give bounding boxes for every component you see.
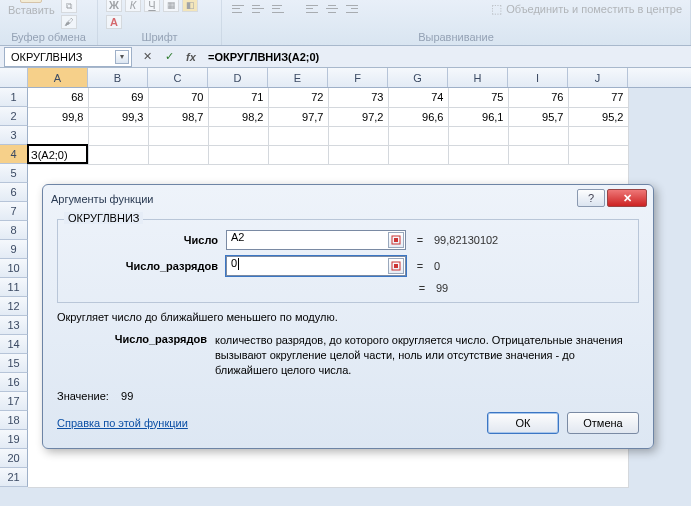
- cell[interactable]: 96,1: [448, 107, 508, 126]
- cell[interactable]: 72: [268, 88, 328, 107]
- cell[interactable]: [268, 145, 328, 164]
- underline-icon[interactable]: Ч: [144, 0, 160, 12]
- row-header[interactable]: 21: [0, 468, 28, 487]
- col-header[interactable]: J: [568, 68, 628, 87]
- align-right-icon[interactable]: [344, 2, 360, 16]
- row-header[interactable]: 4: [0, 145, 28, 164]
- col-header[interactable]: C: [148, 68, 208, 87]
- col-header[interactable]: A: [28, 68, 88, 87]
- name-box-dropdown-icon[interactable]: ▾: [115, 50, 129, 64]
- ok-button[interactable]: ОК: [487, 412, 559, 434]
- col-header[interactable]: G: [388, 68, 448, 87]
- row-header[interactable]: 16: [0, 373, 28, 392]
- col-header[interactable]: E: [268, 68, 328, 87]
- col-header[interactable]: H: [448, 68, 508, 87]
- range-picker-icon[interactable]: [388, 232, 404, 248]
- paste-button[interactable]: Вставить: [8, 0, 55, 16]
- align-bottom-icon[interactable]: [270, 2, 286, 16]
- cell[interactable]: [148, 126, 208, 145]
- row-header[interactable]: 1: [0, 88, 28, 107]
- fx-icon[interactable]: fx: [182, 48, 200, 66]
- help-link[interactable]: Справка по этой функции: [57, 417, 188, 429]
- row-header[interactable]: 14: [0, 335, 28, 354]
- row-header[interactable]: 10: [0, 259, 28, 278]
- name-box[interactable]: ОКРУГЛВНИЗ ▾: [4, 47, 132, 67]
- merge-icon[interactable]: ⬚: [491, 2, 502, 16]
- cell[interactable]: 70: [148, 88, 208, 107]
- copy-icon[interactable]: ⧉: [61, 0, 77, 13]
- accept-formula-icon[interactable]: ✓: [160, 48, 178, 66]
- cell[interactable]: 99,3: [88, 107, 148, 126]
- cell[interactable]: 69: [88, 88, 148, 107]
- row-header[interactable]: 8: [0, 221, 28, 240]
- cell[interactable]: [208, 145, 268, 164]
- cell[interactable]: [28, 126, 88, 145]
- cell[interactable]: [388, 126, 448, 145]
- help-button[interactable]: ?: [577, 189, 605, 207]
- cell-active[interactable]: З(A2;0): [28, 145, 88, 164]
- row-header[interactable]: 18: [0, 411, 28, 430]
- cell[interactable]: [148, 145, 208, 164]
- formula-text[interactable]: =ОКРУГЛВНИЗ(A2;0): [206, 51, 691, 63]
- cell[interactable]: 97,2: [328, 107, 388, 126]
- cell[interactable]: 75: [448, 88, 508, 107]
- font-color-icon[interactable]: A: [106, 15, 122, 29]
- close-button[interactable]: ✕: [607, 189, 647, 207]
- cell[interactable]: [508, 126, 568, 145]
- col-header[interactable]: I: [508, 68, 568, 87]
- cell[interactable]: [88, 126, 148, 145]
- cell[interactable]: 76: [508, 88, 568, 107]
- range-picker-icon[interactable]: [388, 258, 404, 274]
- row-header[interactable]: 13: [0, 316, 28, 335]
- select-all-corner[interactable]: [0, 68, 28, 87]
- cell[interactable]: 95,7: [508, 107, 568, 126]
- cell[interactable]: 96,6: [388, 107, 448, 126]
- col-header[interactable]: B: [88, 68, 148, 87]
- cancel-button[interactable]: Отмена: [567, 412, 639, 434]
- cell[interactable]: 68: [28, 88, 88, 107]
- cell[interactable]: [508, 145, 568, 164]
- cell[interactable]: [328, 126, 388, 145]
- row-header[interactable]: 2: [0, 107, 28, 126]
- cell[interactable]: [568, 126, 628, 145]
- arg2-input[interactable]: 0: [226, 256, 406, 276]
- row-header[interactable]: 12: [0, 297, 28, 316]
- bold-icon[interactable]: Ж: [106, 0, 122, 12]
- border-icon[interactable]: ▦: [163, 0, 179, 12]
- fill-color-icon[interactable]: ◧: [182, 0, 198, 12]
- cell[interactable]: [208, 126, 268, 145]
- row-header[interactable]: 17: [0, 392, 28, 411]
- cell[interactable]: [388, 145, 448, 164]
- cell[interactable]: 98,7: [148, 107, 208, 126]
- row-header[interactable]: 6: [0, 183, 28, 202]
- cell[interactable]: [448, 126, 508, 145]
- row-header[interactable]: 9: [0, 240, 28, 259]
- cell[interactable]: 95,2: [568, 107, 628, 126]
- cell[interactable]: [328, 145, 388, 164]
- row-header[interactable]: 11: [0, 278, 28, 297]
- cell[interactable]: [568, 145, 628, 164]
- cell[interactable]: 97,7: [268, 107, 328, 126]
- cell[interactable]: [88, 145, 148, 164]
- cell[interactable]: 77: [568, 88, 628, 107]
- align-middle-icon[interactable]: [250, 2, 266, 16]
- col-header[interactable]: D: [208, 68, 268, 87]
- row-header[interactable]: 7: [0, 202, 28, 221]
- cell[interactable]: 73: [328, 88, 388, 107]
- col-header[interactable]: F: [328, 68, 388, 87]
- cell[interactable]: 74: [388, 88, 448, 107]
- row-header[interactable]: 3: [0, 126, 28, 145]
- format-painter-icon[interactable]: 🖌: [61, 15, 77, 29]
- cancel-formula-icon[interactable]: ✕: [138, 48, 156, 66]
- row-header[interactable]: 5: [0, 164, 28, 183]
- row-header[interactable]: 20: [0, 449, 28, 468]
- dialog-titlebar[interactable]: Аргументы функции ? ✕: [43, 185, 653, 213]
- cell[interactable]: 71: [208, 88, 268, 107]
- cell[interactable]: [268, 126, 328, 145]
- cell[interactable]: [448, 145, 508, 164]
- align-left-icon[interactable]: [304, 2, 320, 16]
- row-header[interactable]: 19: [0, 430, 28, 449]
- align-center-icon[interactable]: [324, 2, 340, 16]
- cell[interactable]: 99,8: [28, 107, 88, 126]
- arg1-input[interactable]: A2: [226, 230, 406, 250]
